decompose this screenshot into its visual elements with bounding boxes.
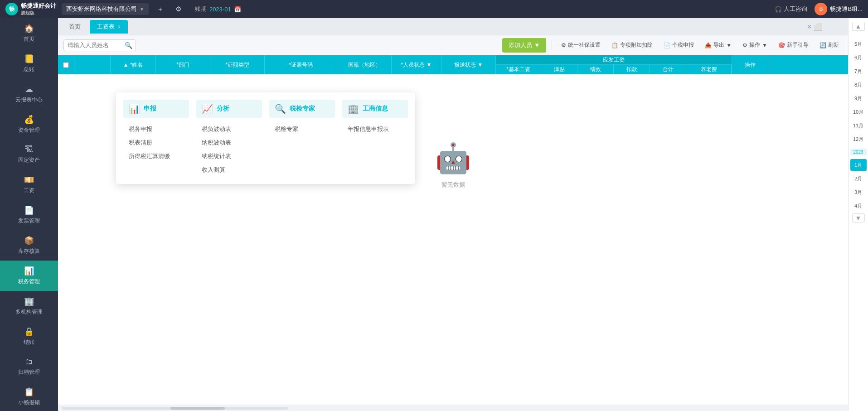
- sidebar-item-tax[interactable]: 📊 税务管理: [0, 261, 58, 291]
- company-dropdown-arrow: ▼: [140, 7, 144, 12]
- menu-item-tax-table[interactable]: 税表清册: [123, 136, 189, 150]
- window-close-btn[interactable]: ×: [807, 22, 812, 32]
- th-cert-no: *证照号码: [265, 55, 337, 74]
- menu-section-business-info: 🏢 工商信息 年报信息申报表: [342, 100, 408, 177]
- tax-icon: 📊: [24, 266, 34, 276]
- th-checkbox[interactable]: [58, 55, 74, 74]
- user-name: 畅捷通B组...: [830, 5, 863, 13]
- add-label: 添加人员: [509, 41, 532, 49]
- sidebar-item-label: 云报表中心: [15, 96, 43, 104]
- tab-salary-table[interactable]: 工资表 ×: [90, 20, 128, 34]
- sidebar-item-archive[interactable]: 🗂 归档管理: [0, 352, 58, 382]
- month-5[interactable]: 5月: [850, 38, 867, 50]
- menu-item-tax-declaration[interactable]: 税务申报: [123, 122, 189, 136]
- company-selector[interactable]: 西安虾米网络科技有限公司 ▼: [62, 3, 149, 15]
- business-info-title: 工商信息: [363, 105, 388, 113]
- month-11[interactable]: 11月: [850, 120, 867, 131]
- user-info[interactable]: B 畅捷通B组...: [815, 3, 863, 15]
- declaration-icon: 📊: [129, 103, 140, 114]
- archive-icon: 🗂: [25, 357, 33, 367]
- sidebar-item-label: 小畅报销: [18, 399, 40, 406]
- th-base-salary: *基本工资: [496, 65, 541, 74]
- sidebar-item-invoice[interactable]: 📄 发票管理: [0, 200, 58, 230]
- tab-bar: 首页 工资表 × × ⬜: [58, 18, 848, 35]
- sidebar-item-multi-org[interactable]: 🏢 多机构管理: [0, 291, 58, 321]
- sidebar-item-assets[interactable]: 🏗 固定资产: [0, 140, 58, 169]
- sidebar-item-salary[interactable]: 💴 工资: [0, 169, 58, 200]
- ops-btn[interactable]: ⚙ 操作 ▼: [739, 39, 771, 51]
- window-maximize-btn[interactable]: ⬜: [814, 23, 823, 31]
- settings-icon[interactable]: ⚙: [172, 3, 185, 15]
- tab-home[interactable]: 首页: [62, 20, 88, 34]
- personal-tax-label: 个税申报: [672, 41, 694, 49]
- sidebar-item-label: 归档管理: [18, 368, 40, 376]
- panel-down-btn[interactable]: ▼: [852, 213, 865, 222]
- horizontal-scrollbar[interactable]: [58, 405, 848, 411]
- sidebar-item-home[interactable]: 🏠 首页: [0, 18, 58, 48]
- window-controls: × ⬜: [803, 18, 823, 35]
- sidebar-item-close-period[interactable]: 🔒 结账: [0, 321, 58, 352]
- select-all-checkbox[interactable]: [63, 62, 69, 68]
- th-performance: 绩效: [577, 65, 614, 74]
- menu-section-tax-expert: 🔍 税检专家 税检专家: [269, 100, 335, 177]
- menu-item-income-forecast[interactable]: 收入测算: [196, 163, 262, 177]
- month-2[interactable]: 2月: [850, 173, 867, 184]
- invoice-icon: 📄: [24, 205, 34, 215]
- month-3[interactable]: 3月: [850, 186, 867, 198]
- sidebar-item-ledger[interactable]: 📒 总账: [0, 48, 58, 79]
- special-deduct-btn[interactable]: 📋 专项附加扣除: [608, 39, 656, 51]
- analysis-icon: 📈: [202, 103, 213, 114]
- month-7[interactable]: 7月: [850, 65, 867, 77]
- month-9[interactable]: 9月: [850, 92, 867, 104]
- menu-section-analysis: 📈 分析 税负波动表 纳税波动表 纳税统计表 收入测算: [196, 100, 262, 177]
- panel-up-btn[interactable]: ▲: [852, 22, 865, 31]
- add-arrow: ▼: [534, 42, 540, 48]
- empty-text: 暂无数据: [441, 181, 465, 189]
- th-report-status[interactable]: 报送状态 ▼: [441, 55, 496, 74]
- add-company-btn[interactable]: ＋: [154, 3, 167, 15]
- month-1[interactable]: 1月: [850, 159, 867, 171]
- cloud-icon: ☁: [25, 84, 33, 94]
- month-6[interactable]: 6月: [850, 52, 867, 63]
- month-8[interactable]: 8月: [850, 79, 867, 91]
- month-12[interactable]: 12月: [850, 133, 867, 145]
- sidebar-item-funds[interactable]: 💰 资金管理: [0, 109, 58, 140]
- sidebar: 🏠 首页 📒 总账 ☁ 云报表中心 💰 资金管理 🏗 固定资产 💴 工资 📄 发…: [0, 18, 58, 411]
- menu-item-tax-statistics[interactable]: 纳税统计表: [196, 150, 262, 163]
- headphone-icon: 🎧: [775, 6, 782, 13]
- th-deduct: 扣款: [614, 65, 650, 74]
- sidebar-item-inventory[interactable]: 📦 库存核算: [0, 230, 58, 261]
- search-input[interactable]: [68, 42, 122, 48]
- personal-tax-btn[interactable]: 📄 个税申报: [660, 39, 698, 51]
- search-icon: 🔍: [125, 42, 132, 49]
- report-icon: 📋: [24, 387, 34, 397]
- month-10[interactable]: 10月: [850, 106, 867, 118]
- scrollbar-thumb[interactable]: [170, 407, 225, 410]
- menu-item-tax-burden[interactable]: 税负波动表: [196, 122, 262, 136]
- section-header-tax-expert: 🔍 税检专家: [269, 100, 335, 118]
- special-deduct-label: 专项附加扣除: [620, 41, 653, 49]
- inventory-icon: 📦: [24, 236, 34, 246]
- refresh-btn[interactable]: 🔄 刷新: [816, 39, 843, 51]
- export-arrow: ▼: [726, 42, 732, 48]
- sidebar-item-report[interactable]: 📋 小畅报销: [0, 382, 58, 411]
- tax-expert-icon: 🔍: [275, 103, 286, 114]
- th-total: 合计: [650, 65, 686, 74]
- sidebar-item-label: 多机构管理: [15, 308, 43, 316]
- menu-item-annual-report[interactable]: 年报信息申报表: [342, 122, 408, 136]
- service-btn[interactable]: 🎧 人工咨询: [775, 5, 807, 13]
- menu-item-tax-payment[interactable]: 纳税波动表: [196, 136, 262, 150]
- add-person-btn[interactable]: 添加人员 ▼: [502, 38, 546, 53]
- menu-item-income-tax-calc[interactable]: 所得税汇算清缴: [123, 150, 189, 163]
- th-name[interactable]: ▲ *姓名: [111, 55, 156, 74]
- month-4[interactable]: 4月: [850, 200, 867, 212]
- menu-item-tax-check[interactable]: 税检专家: [269, 122, 335, 136]
- social-security-btn[interactable]: ⚙ 统一社保设置: [558, 39, 604, 51]
- sidebar-item-label: 库存核算: [18, 247, 40, 255]
- guide-btn[interactable]: 🎯 新手引导: [775, 39, 812, 51]
- th-status[interactable]: *人员状态 ▼: [392, 55, 441, 74]
- tab-close-btn[interactable]: ×: [117, 24, 121, 30]
- calendar-icon[interactable]: 📅: [234, 6, 241, 13]
- sidebar-item-cloud[interactable]: ☁ 云报表中心: [0, 79, 58, 109]
- export-btn[interactable]: 📤 导出 ▼: [701, 39, 735, 51]
